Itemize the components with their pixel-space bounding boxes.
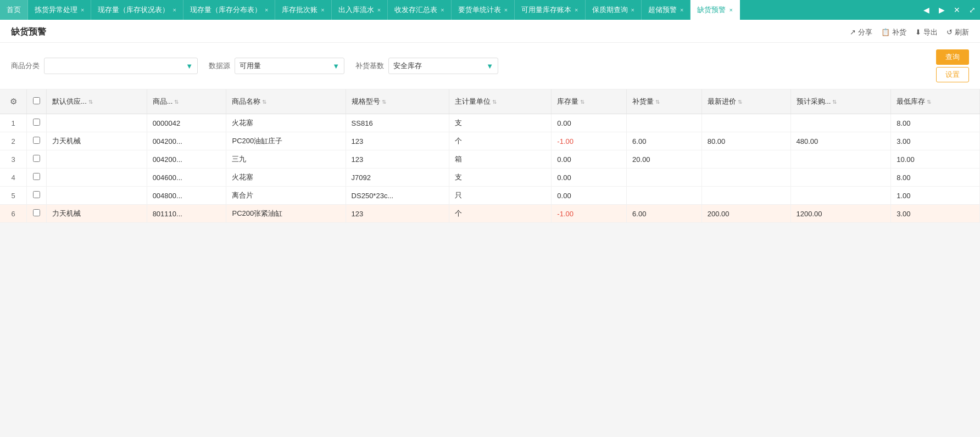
replenish-base-select[interactable]: 安全库存 ▼ bbox=[388, 58, 498, 74]
export-button[interactable]: ⬇ 导出 bbox=[915, 27, 938, 37]
row-replenish-qty bbox=[627, 114, 702, 132]
table-row: 2 力天机械 004200... PC200油缸庄子 123 个 -1.00 6… bbox=[0, 132, 980, 150]
table-body: 1 0000042 火花塞 SS816 支 0.00 8.00 2 力天机械 0… bbox=[0, 114, 980, 223]
est-purchase-sort-icon[interactable]: ⇅ bbox=[832, 99, 837, 105]
row-product-code: 004800... bbox=[147, 187, 226, 205]
row-checkbox-cell bbox=[27, 187, 47, 205]
tab-close-inventory-status[interactable]: × bbox=[172, 7, 176, 13]
share-button[interactable]: ↗ 分享 bbox=[850, 27, 872, 37]
product-code-sort-icon[interactable]: ⇅ bbox=[174, 99, 179, 105]
table-row: 3 004200... 三九 123 箱 0.00 20.00 10.00 bbox=[0, 150, 980, 169]
row-product-name: 三九 bbox=[226, 150, 346, 169]
settings-button[interactable]: 设置 bbox=[936, 67, 969, 82]
table-row: 5 004800... 离合片 DS250*23c... 只 0.00 1.00 bbox=[0, 187, 980, 205]
select-all-checkbox[interactable] bbox=[33, 97, 40, 104]
row-latest-price bbox=[701, 150, 790, 169]
row-number: 3 bbox=[0, 150, 27, 169]
row-spec: J7092 bbox=[346, 169, 449, 187]
row-checkbox[interactable] bbox=[33, 137, 40, 144]
datasource-select[interactable]: 可用量 ▼ bbox=[235, 58, 344, 74]
tab-batch-account[interactable]: 库存批次账 × bbox=[275, 0, 331, 20]
row-product-name: 火花塞 bbox=[226, 169, 346, 187]
tab-close-abnormal[interactable]: × bbox=[81, 7, 84, 13]
category-select[interactable]: ▼ bbox=[44, 58, 198, 74]
tab-scroll-right[interactable]: ▶ bbox=[934, 0, 949, 20]
row-product-name: 火花塞 bbox=[226, 114, 346, 132]
filter-category-group: 商品分类 ▼ bbox=[11, 58, 198, 74]
replenish-base-value: 安全库存 bbox=[393, 61, 422, 71]
header-actions: ↗ 分享 📋 补货 ⬇ 导出 ↺ 刷新 bbox=[850, 27, 969, 37]
tab-close-order-stats[interactable]: × bbox=[504, 7, 508, 13]
tab-overstock[interactable]: 超储预警 × bbox=[642, 0, 691, 20]
spec-sort-icon[interactable]: ⇅ bbox=[382, 99, 386, 105]
tab-receipt-summary[interactable]: 收发存汇总表 × bbox=[388, 0, 451, 20]
row-number: 2 bbox=[0, 132, 27, 150]
min-stock-sort-icon[interactable]: ⇅ bbox=[927, 99, 931, 105]
row-est-purchase: 1200.00 bbox=[790, 205, 891, 223]
filter-datasource-group: 数据源 可用量 ▼ bbox=[209, 58, 344, 74]
stock-sort-icon[interactable]: ⇅ bbox=[580, 99, 584, 105]
query-button[interactable]: 查询 bbox=[936, 49, 969, 65]
tab-inventory-status[interactable]: 现存量（库存状况表） × bbox=[91, 0, 183, 20]
unit-sort-icon[interactable]: ⇅ bbox=[492, 99, 497, 105]
tab-close-all[interactable]: ✕ bbox=[949, 0, 965, 20]
row-checkbox[interactable] bbox=[33, 209, 40, 216]
table-container: ⚙ 默认供应... ⇅ 商品... ⇅ bbox=[0, 89, 980, 223]
replenish-button[interactable]: 📋 补货 bbox=[881, 27, 906, 37]
supplier-sort-icon[interactable]: ⇅ bbox=[88, 99, 93, 105]
tab-abnormal[interactable]: 拣货异常处理 × bbox=[28, 0, 91, 20]
row-min-stock: 1.00 bbox=[891, 187, 980, 205]
tab-close-batch-account[interactable]: × bbox=[321, 7, 324, 13]
row-min-stock: 10.00 bbox=[891, 150, 980, 169]
tab-close-available-ledger[interactable]: × bbox=[575, 7, 578, 13]
gear-icon[interactable]: ⚙ bbox=[5, 94, 21, 109]
tab-close-expiry-query[interactable]: × bbox=[631, 7, 634, 13]
tab-close-overstock[interactable]: × bbox=[680, 7, 683, 13]
filter-bar: 商品分类 ▼ 数据源 可用量 ▼ 补货基数 安全库存 ▼ 查询 设置 bbox=[0, 43, 980, 89]
col-latest-price: 最新进价 ⇅ bbox=[701, 89, 790, 114]
tab-order-stats[interactable]: 要货单统计表 × bbox=[452, 0, 515, 20]
col-replenish-qty: 补货量 ⇅ bbox=[627, 89, 702, 114]
category-dropdown-icon: ▼ bbox=[186, 62, 193, 70]
row-checkbox[interactable] bbox=[33, 119, 40, 126]
row-product-code: 801110... bbox=[147, 205, 226, 223]
row-checkbox[interactable] bbox=[33, 191, 40, 198]
tab-expiry-query[interactable]: 保质期查询 × bbox=[586, 0, 642, 20]
refresh-button[interactable]: ↺ 刷新 bbox=[946, 27, 969, 37]
row-supplier: 力天机械 bbox=[47, 132, 147, 150]
latest-price-sort-icon[interactable]: ⇅ bbox=[738, 99, 742, 105]
tab-close-shortage[interactable]: × bbox=[729, 7, 732, 13]
replenish-base-label: 补货基数 bbox=[355, 61, 384, 71]
tab-close-inventory-dist[interactable]: × bbox=[265, 7, 268, 13]
row-stock: 0.00 bbox=[552, 150, 627, 169]
tab-expand[interactable]: ⤢ bbox=[965, 0, 980, 20]
replenish-qty-sort-icon[interactable]: ⇅ bbox=[655, 99, 660, 105]
row-product-name: PC200张紧油缸 bbox=[226, 205, 346, 223]
tab-inout-flow[interactable]: 出入库流水 × bbox=[332, 0, 388, 20]
row-supplier bbox=[47, 169, 147, 187]
tab-shortage[interactable]: 缺货预警 × bbox=[691, 0, 739, 20]
col-supplier: 默认供应... ⇅ bbox=[47, 89, 147, 114]
tab-home[interactable]: 首页 bbox=[0, 0, 28, 20]
tab-scroll-left[interactable]: ◀ bbox=[918, 0, 934, 20]
product-name-sort-icon[interactable]: ⇅ bbox=[262, 99, 266, 105]
col-gear: ⚙ bbox=[0, 89, 27, 114]
table-row: 1 0000042 火花塞 SS816 支 0.00 8.00 bbox=[0, 114, 980, 132]
col-product-code: 商品... ⇅ bbox=[147, 89, 226, 114]
row-latest-price bbox=[701, 187, 790, 205]
row-unit: 支 bbox=[449, 114, 552, 132]
tab-close-receipt-summary[interactable]: × bbox=[441, 7, 444, 13]
tab-available-ledger[interactable]: 可用量库存账本 × bbox=[515, 0, 585, 20]
tab-close-inout-flow[interactable]: × bbox=[377, 7, 381, 13]
row-stock: 0.00 bbox=[552, 169, 627, 187]
export-icon: ⬇ bbox=[915, 28, 921, 36]
row-checkbox[interactable] bbox=[33, 155, 40, 162]
col-checkbox bbox=[27, 89, 47, 114]
row-number: 1 bbox=[0, 114, 27, 132]
table-row: 4 004600... 火花塞 J7092 支 0.00 8.00 bbox=[0, 169, 980, 187]
replenish-icon: 📋 bbox=[881, 28, 890, 36]
row-unit: 只 bbox=[449, 187, 552, 205]
row-min-stock: 8.00 bbox=[891, 169, 980, 187]
tab-inventory-dist[interactable]: 现存量（库存分布表） × bbox=[183, 0, 275, 20]
row-checkbox[interactable] bbox=[33, 173, 40, 180]
